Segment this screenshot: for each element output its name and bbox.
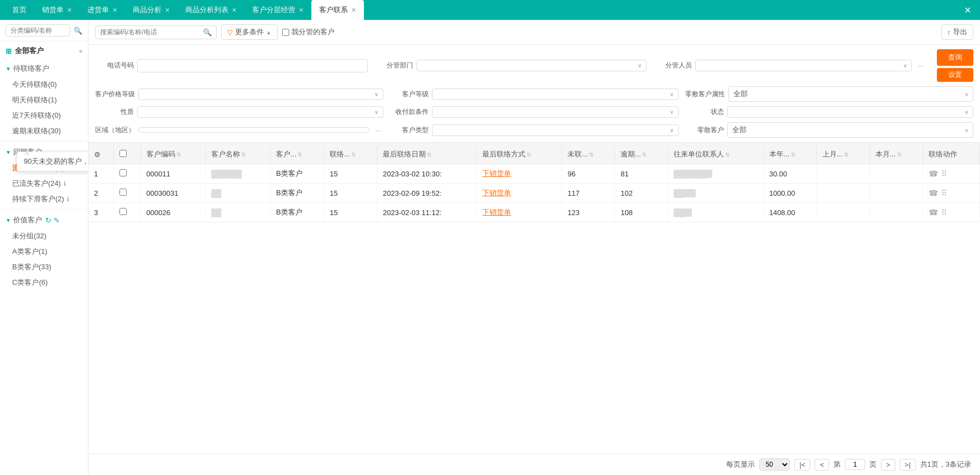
person-more-btn[interactable]: ··· <box>915 61 926 70</box>
customer-type-select[interactable]: ∨ <box>432 124 678 136</box>
last-way-link-2[interactable]: 下销货单 <box>482 208 511 216</box>
region-select[interactable] <box>138 127 369 133</box>
row-last-way-0[interactable]: 下销货单 <box>477 164 562 184</box>
row-checkbox-2[interactable] <box>119 208 127 215</box>
advanced-filter-panel: 电话号码 分管部门 ∨ 分管人员 ∨ ··· 查询 <box>88 45 980 143</box>
tab-customer-contact[interactable]: 客户联系 ✕ <box>311 0 364 20</box>
more-icon-2[interactable]: ⠿ <box>941 208 947 217</box>
first-page-button[interactable]: |< <box>794 459 810 471</box>
payment-select[interactable]: ∨ <box>432 106 678 118</box>
sidebar-group-value[interactable]: ▼ 价值客户 ↻ ✎ <box>0 212 88 228</box>
next-page-button[interactable]: > <box>881 459 895 471</box>
status-select[interactable]: ∨ <box>727 106 973 118</box>
prev-page-button[interactable]: < <box>815 459 829 471</box>
query-button[interactable]: 查询 <box>937 49 973 66</box>
zero-customer-select[interactable]: 全部 ∨ <box>727 122 973 138</box>
row-last-way-2[interactable]: 下销货单 <box>477 203 562 222</box>
sort-icon-contact[interactable]: ⇅ <box>351 152 356 158</box>
content-area: 🔍 ▽ 更多条件 ▲ 我分管的客户 ↑ 导出 电话号码 <box>88 20 980 475</box>
sort-icon-way[interactable]: ⇅ <box>527 152 531 158</box>
sidebar-item-tomorrow[interactable]: 明天待联络(1) <box>0 92 88 108</box>
tab-customer-layer-close[interactable]: ✕ <box>299 7 304 14</box>
my-customers-filter[interactable]: 我分管的客户 <box>282 27 335 37</box>
sidebar-item-b-class[interactable]: B类客户(33) <box>0 259 88 275</box>
phone-input[interactable] <box>137 59 368 72</box>
select-all-checkbox[interactable] <box>119 150 127 157</box>
dept-label: 分管部门 <box>374 61 413 70</box>
refresh-icon[interactable]: ↻ <box>45 216 51 225</box>
tab-home[interactable]: 首页 <box>4 0 34 20</box>
gender-field: 性质 ∨ <box>95 106 383 118</box>
row-check-1[interactable] <box>114 184 140 203</box>
tab-customer-layer[interactable]: 客户分层经营 ✕ <box>244 0 311 20</box>
tab-goods-analysis-close[interactable]: ✕ <box>165 7 170 14</box>
contact-icon-0[interactable]: ☎ <box>929 169 938 178</box>
sidebar-item-a-class[interactable]: A类客户(1) <box>0 244 88 259</box>
person-select[interactable]: ∨ <box>695 60 912 71</box>
contact-icon-2[interactable]: ☎ <box>929 208 938 217</box>
zero-attr-field: 零敷客户属性 全部 ∨ <box>685 86 973 102</box>
sidebar-item-c-class[interactable]: C类客户(6) <box>0 275 88 290</box>
export-button[interactable]: ↑ 导出 <box>941 24 974 40</box>
sidebar-item-ungrouped[interactable]: 未分组(32) <box>0 228 88 244</box>
sort-icon-type[interactable]: ⇅ <box>298 152 302 158</box>
filter-search-input[interactable] <box>100 28 201 36</box>
sidebar-item-7days[interactable]: 近7天待联络(0) <box>0 108 88 123</box>
sort-icon[interactable]: ⇅ <box>176 152 181 158</box>
last-page-button[interactable]: >| <box>900 459 916 471</box>
tab-sales[interactable]: 销货单 ✕ <box>34 0 80 20</box>
sidebar-search-input[interactable] <box>6 24 70 36</box>
filter-search-icon[interactable]: 🔍 <box>203 28 212 36</box>
more-icon-0[interactable]: ⠿ <box>941 169 947 178</box>
sidebar-item-today[interactable]: 今天待联络(0) <box>0 77 88 92</box>
zero-attr-select[interactable]: 全部 ∨ <box>728 86 973 102</box>
customer-grade-select[interactable]: ∨ <box>432 88 678 100</box>
row-checkbox-1[interactable] <box>119 189 127 196</box>
row-last-way-1[interactable]: 下销货单 <box>477 184 562 203</box>
gender-select[interactable]: ∨ <box>137 106 383 118</box>
sort-icon-lmonth[interactable]: ⇅ <box>844 152 848 158</box>
export-icon: ↑ <box>947 28 951 36</box>
more-conditions-button[interactable]: ▽ 更多条件 ▲ <box>221 24 278 40</box>
sidebar-item-declining[interactable]: 持续下滑客户(2) ℹ <box>0 191 88 207</box>
more-icon-1[interactable]: ⠿ <box>941 189 947 197</box>
tab-goods-analysis[interactable]: 商品分析 ✕ <box>125 0 178 20</box>
payment-label: 收付款条件 <box>390 107 429 117</box>
edit-icon[interactable]: ✎ <box>54 216 60 225</box>
my-customers-checkbox[interactable] <box>282 29 289 36</box>
sidebar-all-customers[interactable]: ⊞ 全部客户 « <box>0 41 88 60</box>
row-check-2[interactable] <box>114 203 140 222</box>
sidebar-group-pending[interactable]: ▼ 待联络客户 <box>0 60 88 77</box>
last-way-link-1[interactable]: 下销货单 <box>482 189 511 197</box>
tab-customer-contact-close[interactable]: ✕ <box>351 7 356 14</box>
settings-button[interactable]: 设置 <box>937 68 973 82</box>
region-more-btn[interactable]: ··· <box>373 126 383 134</box>
sidebar-item-overdue[interactable]: 逾期未联络(30) <box>0 123 88 139</box>
page-size-select[interactable]: 50 20 100 <box>759 458 790 471</box>
tab-goods-list-close[interactable]: ✕ <box>232 7 237 14</box>
sort-icon-tmonth[interactable]: ⇅ <box>897 152 901 158</box>
tab-sales-close[interactable]: ✕ <box>67 7 72 14</box>
col-settings[interactable]: ⚙ <box>88 145 114 164</box>
price-grade-select[interactable]: ∨ <box>138 88 383 100</box>
last-way-link-0[interactable]: 下销货单 <box>482 169 511 178</box>
sidebar-item-churned[interactable]: 已流失客户(24) ℹ <box>0 176 88 191</box>
dept-select[interactable]: ∨ <box>416 60 647 71</box>
tab-purchase-close[interactable]: ✕ <box>112 7 117 14</box>
sort-icon-date[interactable]: ⇅ <box>427 152 431 158</box>
sort-icon-year[interactable]: ⇅ <box>791 152 795 158</box>
tab-purchase[interactable]: 进货单 ✕ <box>80 0 125 20</box>
close-all-tabs[interactable]: ✕ <box>960 5 976 15</box>
sort-icon-uncontacted[interactable]: ⇅ <box>589 152 593 158</box>
contact-icon-1[interactable]: ☎ <box>929 189 938 197</box>
sort-icon-unit[interactable]: ⇅ <box>725 152 729 158</box>
sidebar-search-button[interactable]: 🔍 <box>74 27 82 35</box>
page-number-input[interactable] <box>845 459 865 470</box>
sort-icon-name[interactable]: ⇅ <box>241 152 246 158</box>
col-name: 客户名称⇅ <box>205 145 270 164</box>
row-checkbox-0[interactable] <box>119 169 127 176</box>
row-overdue-0: 81 <box>615 164 668 184</box>
tab-goods-list[interactable]: 商品分析列表 ✕ <box>178 0 244 20</box>
row-check-0[interactable] <box>114 164 140 184</box>
sort-icon-overdue[interactable]: ⇅ <box>642 152 647 158</box>
